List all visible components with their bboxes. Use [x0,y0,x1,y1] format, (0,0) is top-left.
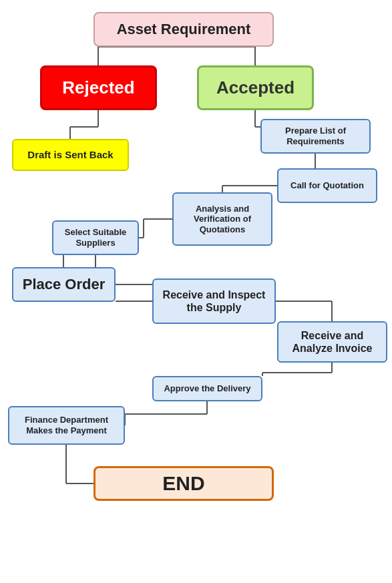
node-accepted: Accepted [197,65,314,110]
node-receive_invoice: Receive and Analyze Invoice [277,321,387,363]
node-rejected: Rejected [40,65,157,110]
node-draft_sent_back: Draft is Sent Back [12,139,129,171]
node-call_for_quotation: Call for Quotation [277,168,377,203]
node-approve_delivery: Approve the Delivery [152,376,262,401]
node-prepare_list: Prepare List of Requirements [260,119,371,154]
node-finance_payment: Finance Department Makes the Payment [8,406,125,445]
node-place_order: Place Order [12,267,116,302]
flowchart: Asset RequirementRejectedAcceptedDraft i… [0,0,392,583]
node-analysis_verification: Analysis and Verification of Quotations [172,192,272,246]
node-select_suppliers: Select Suitable Suppliers [52,220,139,255]
node-receive_inspect: Receive and Inspect the Supply [152,278,276,324]
node-end: END [93,466,274,501]
node-asset_requirement: Asset Requirement [93,12,274,47]
